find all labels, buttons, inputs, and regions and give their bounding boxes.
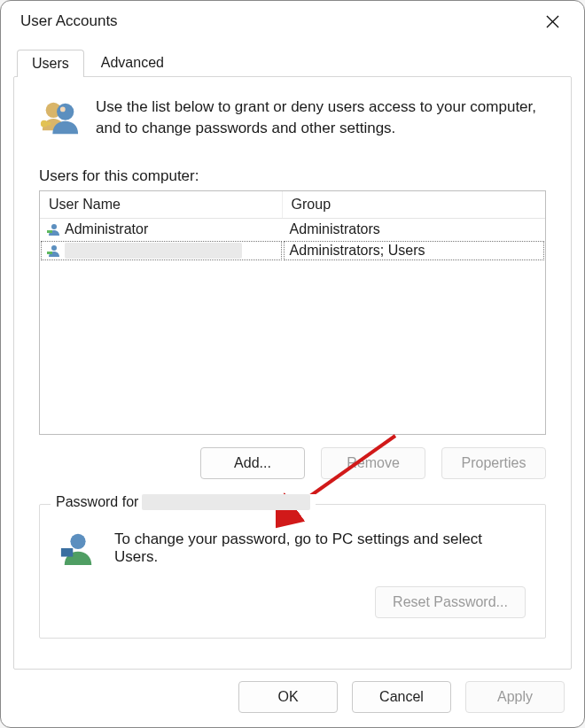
dialog-button-row: OK Cancel Apply <box>238 681 565 713</box>
properties-button: Properties <box>441 447 546 479</box>
password-user-icon <box>59 530 97 567</box>
row-username-redacted <box>65 243 242 259</box>
password-legend-prefix: Password for <box>56 494 138 510</box>
list-header: User Name Group <box>40 191 545 219</box>
password-groupbox: Password for To change your password, go… <box>39 504 546 639</box>
intro-row: Use the list below to grant or deny user… <box>39 97 546 139</box>
table-row[interactable]: Administrator Administrators <box>40 219 545 240</box>
list-button-row: Add... Remove Properties <box>39 447 546 479</box>
tab-panel-users: Use the list below to grant or deny user… <box>13 76 572 670</box>
add-button[interactable]: Add... <box>200 447 305 479</box>
row-group: Administrators; Users <box>283 240 545 261</box>
svg-point-9 <box>51 245 57 251</box>
tab-strip: Users Advanced <box>17 49 584 76</box>
reset-password-button: Reset Password... <box>375 586 526 618</box>
svg-rect-10 <box>47 252 52 254</box>
column-header-group[interactable]: Group <box>283 191 545 218</box>
title-bar: User Accounts <box>1 1 584 42</box>
user-accounts-window: User Accounts Users Advanced <box>0 0 585 728</box>
row-username: Administrator <box>65 221 148 237</box>
remove-button: Remove <box>321 447 425 479</box>
password-legend: Password for <box>51 494 316 510</box>
close-button[interactable] <box>533 2 572 41</box>
list-body: Administrator Administrators Administrat… <box>40 219 545 261</box>
svg-point-6 <box>41 120 48 128</box>
tab-users[interactable]: Users <box>17 50 84 77</box>
users-icon <box>39 97 80 137</box>
close-icon <box>546 15 559 28</box>
row-group: Administrators <box>283 219 545 240</box>
svg-point-4 <box>60 107 66 112</box>
window-title: User Accounts <box>20 12 533 30</box>
svg-point-7 <box>51 224 57 229</box>
svg-rect-13 <box>61 548 73 557</box>
intro-text: Use the list below to grant or deny user… <box>96 97 546 139</box>
ok-button[interactable]: OK <box>238 681 338 713</box>
user-icon <box>47 222 61 236</box>
svg-rect-8 <box>47 230 52 233</box>
svg-point-3 <box>57 104 74 120</box>
password-instruction: To change your password, go to PC settin… <box>114 531 526 566</box>
users-list[interactable]: User Name Group Administrator Administra… <box>39 190 546 435</box>
column-header-username[interactable]: User Name <box>40 191 283 218</box>
svg-point-12 <box>70 533 85 548</box>
apply-button: Apply <box>465 681 565 713</box>
user-icon <box>47 244 61 258</box>
password-legend-redacted <box>142 494 310 510</box>
table-row[interactable]: Administrators; Users <box>40 240 545 261</box>
users-list-label: Users for this computer: <box>39 167 546 185</box>
cancel-button[interactable]: Cancel <box>352 681 451 713</box>
tab-advanced[interactable]: Advanced <box>86 49 179 76</box>
